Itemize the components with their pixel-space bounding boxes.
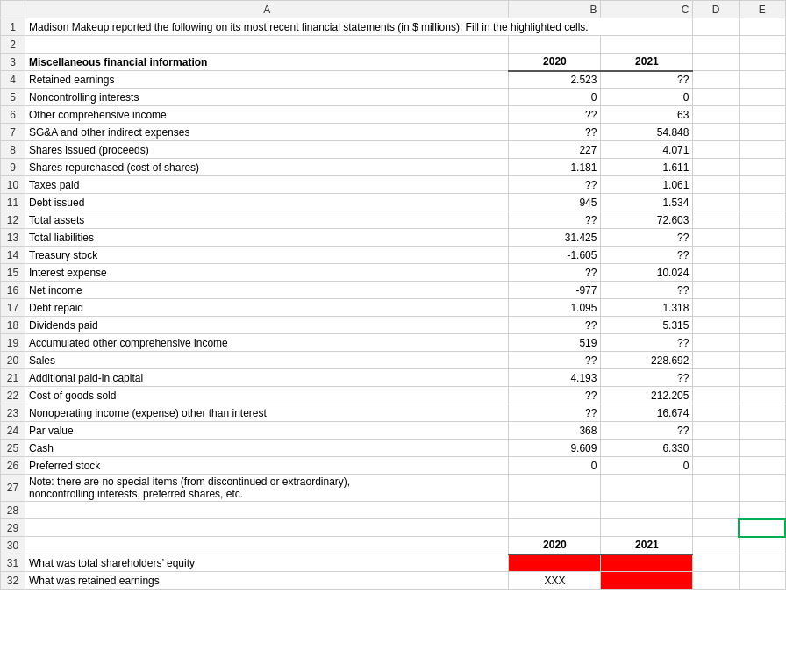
cell-15-a: Interest expense: [25, 264, 509, 282]
cell-13-a: Total liabilities: [25, 229, 509, 247]
cell-29-d: [693, 519, 740, 537]
cell-16-e: [739, 282, 785, 299]
row-9: 9Shares repurchased (cost of shares)1.18…: [1, 159, 786, 176]
cell-31-b: [509, 554, 601, 572]
cell-28-a: [25, 502, 509, 519]
row-header-7: 7: [1, 124, 25, 141]
cell-28-c: [601, 502, 693, 519]
cell-5-d: [693, 89, 740, 106]
cell-21-c: ??: [601, 369, 693, 387]
row-header-14: 14: [1, 247, 25, 264]
row-header-9: 9: [1, 159, 25, 176]
cell-26-e: [739, 457, 785, 475]
cell-9-d: [693, 159, 740, 176]
cell-19-b: 519: [509, 334, 601, 352]
cell-26-c: 0: [601, 457, 693, 475]
row-header-3: 3: [1, 54, 25, 71]
cell-14-a: Treasury stock: [25, 247, 509, 264]
row-5: 5Noncontrolling interests00: [1, 89, 786, 106]
row-header-1: 1: [1, 18, 25, 36]
cell-30-b: 2020: [509, 537, 601, 554]
cell-24-e: [739, 422, 785, 440]
cell-8-a: Shares issued (proceeds): [25, 141, 509, 159]
cell-10-d: [693, 176, 740, 194]
row-header-26: 26: [1, 457, 25, 475]
cell-16-a: Net income: [25, 282, 509, 299]
cell-2-b: [509, 36, 601, 54]
row-header-12: 12: [1, 211, 25, 229]
col-d-header: D: [693, 1, 740, 18]
cell-20-e: [739, 352, 785, 369]
cell-19-c: ??: [601, 334, 693, 352]
row-header-28: 28: [1, 502, 25, 519]
cell-15-b: ??: [509, 264, 601, 282]
cell-29-a: [25, 519, 509, 537]
row-header-30: 30: [1, 537, 25, 554]
cell-20-c: 228.692: [601, 352, 693, 369]
row-26: 26Preferred stock00: [1, 457, 786, 475]
row-19: 19Accumulated other comprehensive income…: [1, 334, 786, 352]
row-header-17: 17: [1, 299, 25, 317]
cell-6-b: ??: [509, 106, 601, 124]
row-16: 16Net income-977??: [1, 282, 786, 299]
cell-23-e: [739, 404, 785, 422]
cell-4-d: [693, 71, 740, 89]
cell-9-c: 1.611: [601, 159, 693, 176]
cell-3-b: 2020: [509, 54, 601, 71]
row-header-11: 11: [1, 194, 25, 211]
cell-16-b: -977: [509, 282, 601, 299]
cell-3-a: Miscellaneous financial information: [25, 54, 509, 71]
cell-22-c: 212.205: [601, 387, 693, 404]
cell-26-d: [693, 457, 740, 475]
row-22: 22Cost of goods sold??212.205: [1, 387, 786, 404]
cell-11-e: [739, 194, 785, 211]
cell-31-a: What was total shareholders’ equity: [25, 554, 509, 572]
cell-12-c: 72.603: [601, 211, 693, 229]
row-header-15: 15: [1, 264, 25, 282]
cell-5-a: Noncontrolling interests: [25, 89, 509, 106]
row-6: 6Other comprehensive income??63: [1, 106, 786, 124]
cell-31-e: [739, 554, 785, 572]
corner-header: [1, 1, 25, 18]
cell-14-e: [739, 247, 785, 264]
row-2: 2: [1, 36, 786, 54]
cell-13-c: ??: [601, 229, 693, 247]
row-20: 20Sales??228.692: [1, 352, 786, 369]
row-header-8: 8: [1, 141, 25, 159]
cell-13-e: [739, 229, 785, 247]
cell-5-b: 0: [509, 89, 601, 106]
cell-12-a: Total assets: [25, 211, 509, 229]
col-c-header: C: [601, 1, 693, 18]
row-header-4: 4: [1, 71, 25, 89]
row-header-23: 23: [1, 404, 25, 422]
cell-23-a: Nonoperating income (expense) other than…: [25, 404, 509, 422]
cell-32-c: [601, 572, 693, 590]
cell-32-b: XXX: [509, 572, 601, 590]
row-1: 1Madison Makeup reported the following o…: [1, 18, 786, 36]
cell-21-d: [693, 369, 740, 387]
cell-23-d: [693, 404, 740, 422]
cell-30-c: 2021: [601, 537, 693, 554]
cell-10-c: 1.061: [601, 176, 693, 194]
row-header-16: 16: [1, 282, 25, 299]
cell-6-e: [739, 106, 785, 124]
cell-7-b: ??: [509, 124, 601, 141]
cell-18-a: Dividends paid: [25, 317, 509, 334]
row-header-24: 24: [1, 422, 25, 440]
row-header-27: 27: [1, 475, 25, 502]
row-7: 7SG&A and other indirect expenses??54.84…: [1, 124, 786, 141]
cell-28-b: [509, 502, 601, 519]
cell-7-a: SG&A and other indirect expenses: [25, 124, 509, 141]
row-11: 11Debt issued9451.534: [1, 194, 786, 211]
cell-19-a: Accumulated other comprehensive income: [25, 334, 509, 352]
cell-18-b: ??: [509, 317, 601, 334]
row-18: 18Dividends paid??5.315: [1, 317, 786, 334]
cell-5-e: [739, 89, 785, 106]
cell-2-e: [739, 36, 785, 54]
spreadsheet: A B C D E 1Madison Makeup reported the f…: [0, 0, 786, 590]
cell-12-d: [693, 211, 740, 229]
cell-22-b: ??: [509, 387, 601, 404]
cell-24-b: 368: [509, 422, 601, 440]
cell-23-c: 16.674: [601, 404, 693, 422]
cell-24-d: [693, 422, 740, 440]
